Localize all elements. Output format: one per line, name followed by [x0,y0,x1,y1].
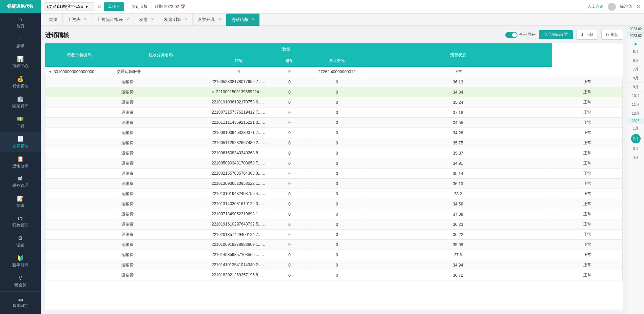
sidebar-item-archive[interactable]: 🗂 归档管理 [0,212,41,232]
cell-code [45,148,113,158]
col-tax-code: 税收分类编码 [45,44,113,67]
sidebar-item-settle[interactable]: 📝 结账 [0,192,41,212]
col-tax-name: 税收分类名称 [113,44,208,67]
tab-close-icon[interactable]: ✕ [218,17,221,22]
cal-month-7[interactable]: 7月 [627,65,644,74]
cal-month-8[interactable]: 8月 [627,74,644,83]
tab-close-icon[interactable]: ✕ [84,17,87,22]
workspace-button[interactable]: 工作台 [104,2,124,11]
cal-year-prev2: 2023.02 [627,33,644,39]
cell-status: 正常 [552,199,623,209]
tab-sales-check[interactable]: 进销稽核 ✕ [226,14,260,26]
sidebar-item-salary[interactable]: 💵 工资 [0,112,41,132]
sidebar-item-report[interactable]: 📊 报表中心 [0,52,41,72]
cal-month-2-active[interactable]: 2月 [631,134,641,143]
cell-purchase: 0 [310,118,364,128]
cell-status: 正常 [552,179,623,189]
sidebar-item-member[interactable]: V 畅会员 [0,272,41,291]
tab-invoice[interactable]: 发票 ✕ [134,14,159,26]
cell-invoice: 2210072157376219412 7... 吨 [208,107,269,118]
cal-month-5[interactable]: 5月 [627,47,644,56]
cell-invoice: 2210100919278983869 1... 吨 [208,240,269,250]
table-header-row: 税收分类编码 税收分类名称 数量 预警状态 [45,44,623,55]
table-row: 运输费 2210081009453230371 7... 吨 0 0 34.26… [45,128,623,138]
sidebar-item-sales[interactable]: 📋 进销台账 [0,152,41,172]
cell-sales: 0 [269,270,310,280]
cal-month-11[interactable]: 11月 [627,100,644,109]
cal-month-10[interactable]: 10月 [627,92,644,100]
cell-sales: 0 [269,128,310,138]
sidebar-item-invoice[interactable]: 🧾 发票管理 [0,132,41,152]
cell-name: 运输费 [113,97,208,107]
col-purchase: 进项 [269,55,310,67]
sidebar-item-home[interactable]: ⌂ 首页 [0,13,41,33]
cell-status: 正常 [552,219,623,230]
sidebar-item-capital[interactable]: 💰 资金管理 [0,72,41,92]
sidebar-item-settings[interactable]: ⚙ 设置 [0,232,41,252]
table-body: ▼301000000000000000 交通运输服务 0 0 27262.400… [45,67,623,280]
cal-nav-up[interactable]: ▲ [627,39,644,47]
cal-month-9[interactable]: 9月 [627,83,644,92]
tab-salary-table[interactable]: 工资表 ✕ [63,14,92,26]
sidebar-item-tax[interactable]: 🏛 税务管理 [0,172,41,192]
tab-close-icon[interactable]: ✕ [184,17,188,22]
cell-invoice: 2210061508340340268 8... 吨 [208,148,269,158]
app-logo: 畅捷通易代账 [0,0,41,13]
cell-code [45,219,113,230]
tab-close-icon[interactable]: ✕ [151,17,154,22]
tab-invoice-calc[interactable]: 发票测算 ✕ [159,14,193,26]
cell-code [45,230,113,240]
cell-invoice: 2210140859357103566 ... 吨 [208,250,269,260]
tab-home[interactable]: 首页 [44,14,63,26]
cal-month-6[interactable]: 6月 [627,56,644,65]
tab-close-icon[interactable]: ✕ [252,17,255,22]
table-row: 运输费 2210071349052319693 1... 吨 0 0 37.38… [45,209,623,219]
table-row: 运输费 2210052338178017656 7 ... 吨 0 0 36.1… [45,77,623,87]
home-icon: ⌂ [19,16,22,22]
copy-button[interactable]: ⧉ [98,4,101,9]
support-link[interactable]: 人工咨询 [587,4,604,9]
cell-invoice: 2210052338178017656 7 ... 吨 [208,77,269,87]
tab-invoice-label: 发票 [139,17,148,23]
cell-cumulative: 34.84 [364,87,552,97]
download-button[interactable]: ⬇ 下载 [576,30,598,40]
product-code-settings-button[interactable]: 商品编码设置 [539,30,573,39]
cell-cumulative: 34.26 [364,128,552,138]
tabbar: 首页 工资表 ✕ 工资统计报表 ✕ 发票 ✕ 发票测算 ✕ 发票开具 ✕ 进销稽… [41,14,644,26]
sales-icon: 📋 [17,156,24,162]
cell-code [45,250,113,260]
refresh-button[interactable]: ↻ 刷新 [601,30,623,40]
toggle-switch[interactable] [505,32,518,38]
tab-close-icon[interactable]: ✕ [126,17,129,22]
cell-invoice: 2210201357429400124 7... [208,230,269,240]
cal-month-1[interactable]: 1月 [627,124,644,133]
cell-cumulative: 37.18 [364,107,552,118]
tab-invoice-open[interactable]: 发票开具 ✕ [193,14,226,26]
sidebar-item-fixed[interactable]: 🏢 固定资产 [0,92,41,112]
table-row: 运输费 2210061508340340268 8... 吨 0 0 35.37… [45,148,623,158]
tab-salary-report-label: 工资统计报表 [97,17,123,23]
switch-version-button[interactable]: 切到旧版 [127,2,152,11]
sidebar-item-guide[interactable]: 🔰 新手引导 [0,252,41,272]
cal-month-12[interactable]: 12月 [627,109,644,118]
unpin-button[interactable]: ◀◀ 取消固定 [0,294,41,312]
cell-sales: 0 [269,97,310,107]
close-icon[interactable]: ✕ [636,3,641,10]
cal-month-3[interactable]: 3月 [627,144,644,153]
username: 徐澄华 [620,4,632,9]
page-content: 进销稽核 全部展开 商品编码设置 ⬇ 下载 ↻ 刷新 [41,26,627,314]
company-selector[interactable]: (勿动)江西报宝-LSS ▼ [44,2,95,11]
cell-purchase: 0 [310,270,364,280]
cal-month-4[interactable]: 4月 [627,153,644,162]
sidebar-item-ledger[interactable]: ≡ 总账 [0,33,41,52]
cell-sales: 0 [269,148,310,158]
col-sales: 销项 [208,55,269,67]
cell-name: 运输费 [113,77,208,87]
tab-salary-report[interactable]: 工资统计报表 ✕ [92,14,134,26]
cell-code [45,260,113,270]
group-name: 交通运输服务 [113,67,208,77]
toggle-expand[interactable]: 全部展开 [505,32,535,38]
cell-status: 正常 [552,260,623,270]
cal-year-prev: 2023.02 [627,26,644,33]
cell-invoice: 2210141912541014340 2... 吨 [208,260,269,270]
